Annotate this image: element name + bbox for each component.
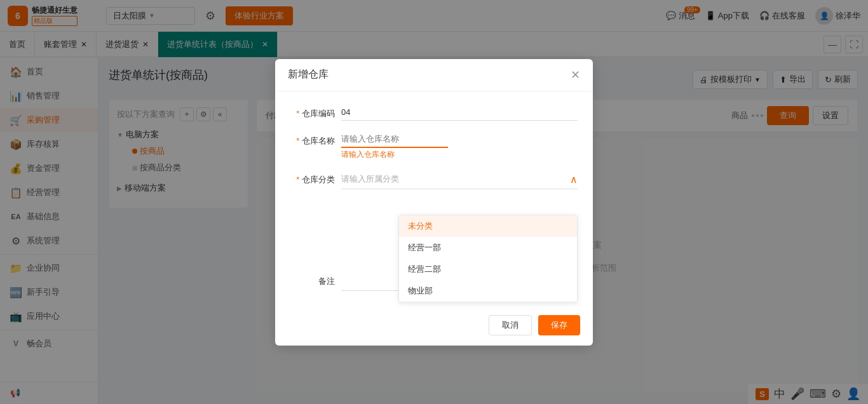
cancel-btn[interactable]: 取消 — [489, 315, 532, 335]
modal-body: * 仓库编码 * 仓库名称 请输入仓库名称 — [275, 91, 593, 307]
code-input[interactable] — [341, 104, 578, 121]
form-row-category: * 仓库分类 请输入所属分类 ∧ 未分类 经营一部 经营二部 物业部 — [290, 170, 578, 189]
modal-footer: 取消 保存 — [275, 307, 593, 346]
category-dropdown-trigger[interactable]: 请输入所属分类 ∧ — [341, 170, 578, 189]
modal-overlay: 新增仓库 ✕ * 仓库编码 * 仓库名称 — [0, 0, 868, 404]
code-label: * 仓库编码 — [290, 104, 341, 119]
modal-header: 新增仓库 ✕ — [275, 59, 593, 91]
dropdown-item-3[interactable]: 物业部 — [399, 280, 577, 302]
dropdown-arrow-up-icon: ∧ — [570, 173, 578, 185]
name-input[interactable] — [341, 131, 448, 148]
name-label: * 仓库名称 — [290, 131, 341, 147]
category-dropdown-list: 未分类 经营一部 经营二部 物业部 — [398, 215, 578, 302]
new-warehouse-modal: 新增仓库 ✕ * 仓库编码 * 仓库名称 — [275, 59, 593, 346]
name-error: 请输入仓库名称 — [341, 148, 395, 160]
category-label: * 仓库分类 — [290, 170, 341, 185]
notes-label: 备注 — [290, 272, 341, 287]
modal-close-btn[interactable]: ✕ — [571, 68, 580, 82]
form-row-name: * 仓库名称 请输入仓库名称 — [290, 131, 578, 160]
dropdown-item-0[interactable]: 未分类 — [399, 215, 577, 237]
category-dropdown-wrap: 请输入所属分类 ∧ 未分类 经营一部 经营二部 物业部 — [341, 170, 578, 189]
modal-title: 新增仓库 — [288, 68, 329, 81]
save-btn[interactable]: 保存 — [538, 315, 580, 335]
form-row-code: * 仓库编码 — [290, 104, 578, 121]
dropdown-item-1[interactable]: 经营一部 — [399, 237, 577, 259]
dropdown-item-2[interactable]: 经营二部 — [399, 259, 577, 280]
